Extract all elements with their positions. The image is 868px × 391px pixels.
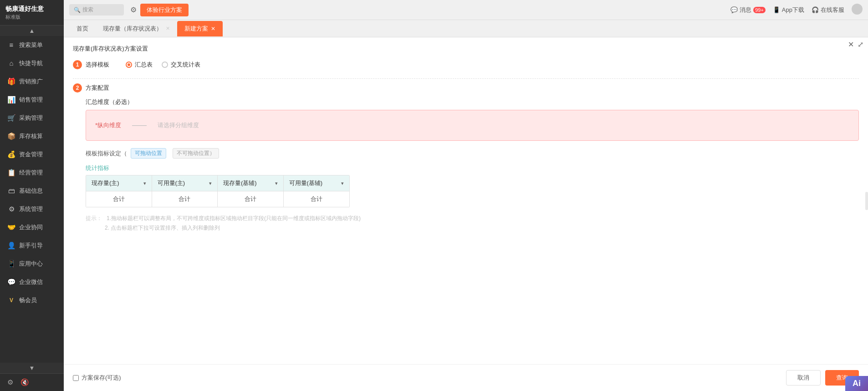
box-icon: 📦 [7, 132, 15, 140]
industry-plan-button[interactable]: 体验行业方案 [140, 4, 189, 16]
tab-new-plan-label: 新建方案 [184, 25, 208, 33]
tag-draggable: 可拖动位置 [131, 148, 166, 159]
scroll-indicator[interactable] [865, 192, 868, 210]
avatar [852, 4, 863, 15]
sidebar-item-label: 企业协同 [19, 223, 43, 232]
app-download-label: App下载 [782, 6, 804, 14]
stats-section: 统计指标 现存量(主) ▾ 可用量(主) ▾ 现存量(基辅) [86, 164, 859, 207]
template-options: 汇总表 交叉统计表 [126, 61, 200, 69]
tab-new-plan-close[interactable]: ✕ [211, 26, 215, 32]
sidebar-item-enterprise[interactable]: 🤝 企业协同 [0, 218, 64, 237]
sidebar-item-search-menu[interactable]: ≡ 搜索菜单 [0, 36, 64, 54]
tip-2-text: 2. 点击标题栏下拉可设置排序、插入列和删除列 [105, 225, 220, 231]
message-badge: 99+ [753, 7, 766, 13]
settings-icon[interactable]: ⚙ [7, 378, 13, 386]
home-icon: ⌂ [7, 59, 15, 67]
gift-icon: 🎁 [7, 77, 15, 86]
col-4-dropdown-icon[interactable]: ▾ [341, 180, 344, 186]
col-cell-2: 合计 [152, 191, 218, 207]
sidebar-item-quick-nav[interactable]: ⌂ 快捷导航 [0, 54, 64, 72]
vertical-dim-required: *纵向维度 [95, 121, 121, 129]
page-title: 现存量(库存状况表)方案设置 [73, 45, 859, 53]
search-placeholder: 搜索 [82, 6, 93, 14]
col-3-dropdown-icon[interactable]: ▾ [275, 180, 278, 186]
sidebar-item-label: 销售管理 [19, 96, 43, 104]
sidebar-item-new-guide[interactable]: 👤 新手引导 [0, 237, 64, 255]
sidebar-item-system[interactable]: ⚙ 系统管理 [0, 200, 64, 218]
sidebar-item-operations[interactable]: 📋 经营管理 [0, 164, 64, 182]
tab-inventory-close[interactable]: ✕ [166, 26, 170, 31]
col-header-2[interactable]: 可用量(主) ▾ [152, 175, 218, 191]
customer-service-button[interactable]: 🎧 在线客服 [812, 6, 844, 14]
dimension-box[interactable]: *纵向维度 —— 请选择分组维度 [86, 110, 859, 141]
col-1-dropdown-icon[interactable]: ▾ [143, 180, 146, 186]
expand-window-icon[interactable]: ⤢ [858, 40, 863, 49]
template-summary-option[interactable]: 汇总表 [126, 61, 153, 69]
sidebar-bottom: ⚙ 🔇 [0, 373, 64, 391]
sidebar-item-sales[interactable]: 📊 销售管理 [0, 91, 64, 109]
scroll-up-button[interactable]: ▲ [0, 26, 64, 36]
tab-home[interactable]: 首页 [69, 21, 96, 36]
edition-label: 标准版 [5, 14, 58, 21]
sidebar-item-label: 企业微信 [19, 278, 43, 286]
scroll-down-button[interactable]: ▼ [0, 363, 64, 373]
cancel-button[interactable]: 取消 [786, 370, 821, 386]
save-checkbox-option[interactable]: 方案保存(可选) [73, 374, 121, 382]
sidebar-item-label: 经营管理 [19, 169, 43, 177]
col-cell-4: 合计 [284, 191, 350, 207]
save-checkbox-input[interactable] [73, 375, 79, 381]
tip-1-text: 1.拖动标题栏可以调整布局，不可跨维度或指标区域拖动栏目字段(只能在同一维度或指… [107, 215, 361, 221]
main-area: 🔍 搜索 ⚙ 体验行业方案 💬 消息 99+ 📱 App下载 🎧 在线客服 [64, 0, 868, 391]
col-header-4-label: 可用量(基辅) [289, 179, 323, 187]
col-header-3[interactable]: 现存量(基辅) ▾ [218, 175, 284, 191]
template-summary-label: 汇总表 [135, 61, 153, 69]
tab-new-plan[interactable]: 新建方案 ✕ [177, 21, 223, 36]
sidebar-item-finance[interactable]: 💰 资金管理 [0, 145, 64, 164]
user-profile[interactable] [852, 4, 863, 16]
col-2-dropdown-icon[interactable]: ▾ [209, 180, 212, 186]
sidebar-item-basic-info[interactable]: 🗃 基础信息 [0, 182, 64, 200]
stats-table-body: 合计 合计 合计 合计 [86, 191, 349, 207]
sidebar-item-label: 搜索菜单 [19, 41, 43, 49]
handshake-icon: 🤝 [7, 223, 15, 232]
settings-topbar-icon[interactable]: ⚙ [130, 5, 137, 14]
content-area: ✕ ⤢ 现存量(库存状况表)方案设置 1 选择模板 汇总表 交叉统计表 [64, 37, 868, 364]
app-download-button[interactable]: 📱 App下载 [773, 6, 804, 14]
sidebar-item-app-center[interactable]: 📱 应用中心 [0, 255, 64, 273]
col-header-4[interactable]: 可用量(基辅) ▾ [284, 175, 350, 191]
sidebar-item-purchase[interactable]: 🛒 采购管理 [0, 109, 64, 127]
ai-badge[interactable]: Ai [845, 376, 868, 391]
folder-icon: 🗃 [7, 187, 15, 195]
stats-table-header: 现存量(主) ▾ 可用量(主) ▾ 现存量(基辅) ▾ 可用量(基辅) [86, 175, 349, 191]
stats-table: 现存量(主) ▾ 可用量(主) ▾ 现存量(基辅) ▾ 可用量(基辅) [86, 175, 350, 207]
topbar-search[interactable]: 🔍 搜索 [69, 4, 124, 15]
col-header-1[interactable]: 现存量(主) ▾ [86, 175, 152, 191]
radio-summary-dot [126, 62, 132, 68]
template-cross-option[interactable]: 交叉统计表 [162, 61, 200, 69]
user-icon: 👤 [7, 242, 15, 250]
sidebar-item-wechat[interactable]: 💬 企业微信 [0, 273, 64, 291]
sidebar-item-inventory[interactable]: 📦 库存核算 [0, 127, 64, 145]
step1-section: 1 选择模板 汇总表 交叉统计表 [73, 60, 859, 69]
tip-1: 提示： 1.拖动标题栏可以调整布局，不可跨维度或指标区域拖动栏目字段(只能在同一… [86, 215, 859, 222]
sidebar-nav: ≡ 搜索菜单 ⌂ 快捷导航 🎁 营销推广 📊 销售管理 🛒 采购管理 📦 库存核… [0, 36, 64, 363]
step1-title: 选择模板 [86, 61, 109, 69]
step2-badge: 2 [73, 83, 82, 93]
sidebar-item-marketing[interactable]: 🎁 营销推广 [0, 72, 64, 91]
step1-header: 1 选择模板 汇总表 交叉统计表 [73, 60, 859, 69]
indicator-label: 模板指标设定（ 可拖动位置 不可拖动位置） [86, 148, 859, 159]
clipboard-icon: 📋 [7, 169, 15, 177]
message-button[interactable]: 💬 消息 99+ [730, 6, 766, 14]
close-window-icon[interactable]: ✕ [848, 40, 854, 49]
audio-icon[interactable]: 🔇 [20, 378, 29, 386]
chat-icon: 💬 [7, 278, 15, 286]
dim-placeholder: 请选择分组维度 [158, 121, 199, 129]
tab-inventory-status[interactable]: 现存量（库存状况表） ✕ [96, 21, 177, 36]
sidebar-item-member[interactable]: V 畅会员 [0, 291, 64, 309]
step1-badge: 1 [73, 60, 82, 69]
message-icon: 💬 [730, 6, 738, 13]
sidebar-item-label: 系统管理 [19, 205, 43, 213]
col-header-1-label: 现存量(主) [92, 179, 119, 187]
phone-icon: 📱 [773, 6, 780, 13]
brand-name: 畅康通好生意 [5, 5, 58, 14]
